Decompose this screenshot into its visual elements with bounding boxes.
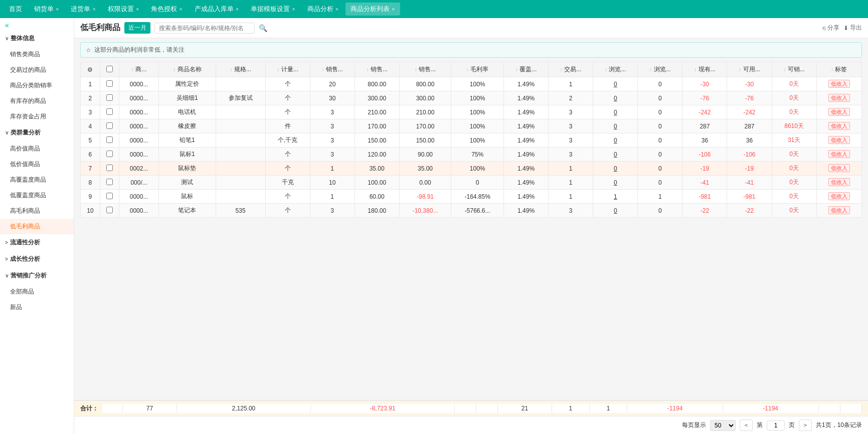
- view-link[interactable]: 1: [614, 193, 617, 200]
- col-header-saleable_days[interactable]: ↕ 可销...: [772, 62, 816, 77]
- col-header-gross_margin[interactable]: ↕ 毛利率: [451, 62, 504, 77]
- view-link[interactable]: 0: [614, 179, 617, 186]
- sidebar-item-高毛利商品[interactable]: 高毛利商品: [0, 203, 74, 219]
- prev-page-btn[interactable]: ＜: [740, 419, 753, 431]
- settings-icon[interactable]: ⚙: [87, 66, 93, 73]
- nav-item-单据模板设置[interactable]: 单据模板设置×: [246, 3, 300, 16]
- view1[interactable]: 0: [593, 162, 638, 176]
- col-header-trade_count[interactable]: ↕ 交易...: [549, 62, 593, 77]
- view-link[interactable]: 0: [614, 81, 617, 88]
- nav-item-商品分析[interactable]: 商品分析×: [302, 3, 343, 16]
- col-header-settings[interactable]: ⚙: [81, 62, 100, 77]
- col-header-view2[interactable]: ↕ 浏览...: [638, 62, 682, 77]
- search-button[interactable]: 🔍: [259, 24, 267, 32]
- sidebar-item-高覆盖度商品[interactable]: 高覆盖度商品: [0, 172, 74, 188]
- next-page-btn[interactable]: ＞: [799, 419, 812, 431]
- col-header-spec[interactable]: ↕ 规格...: [216, 62, 265, 77]
- nav-close-icon[interactable]: ×: [392, 6, 395, 12]
- nav-close-icon[interactable]: ×: [136, 6, 139, 12]
- sidebar-group-3[interactable]: >成长性分析: [0, 251, 74, 267]
- period-button[interactable]: 近一月: [124, 22, 150, 34]
- sidebar-item-商品分类助销率[interactable]: 商品分类助销率: [0, 78, 74, 93]
- col-header-name[interactable]: ↕ 商品名称: [159, 62, 216, 77]
- row-checkbox[interactable]: [100, 77, 119, 91]
- sidebar-item-低价值商品[interactable]: 低价值商品: [0, 157, 74, 172]
- view-link[interactable]: 0: [614, 165, 617, 172]
- col-header-current_stock[interactable]: ↕ 现有...: [682, 62, 727, 77]
- nav-item-进货单[interactable]: 进货单×: [66, 3, 100, 16]
- sidebar-group-4[interactable]: ∨营销推广分析: [0, 267, 74, 284]
- sidebar-collapse-btn[interactable]: «: [3, 21, 11, 29]
- sidebar-item-新品[interactable]: 新品: [0, 300, 74, 315]
- col-header-checkbox[interactable]: [100, 62, 119, 77]
- nav-close-icon[interactable]: ×: [92, 6, 95, 12]
- row-checkbox[interactable]: [106, 151, 113, 157]
- nav-item-角色授权[interactable]: 角色授权×: [146, 3, 187, 16]
- export-button[interactable]: ⬇ 导出: [843, 24, 862, 32]
- view-link[interactable]: 0: [614, 151, 617, 158]
- row-checkbox[interactable]: [106, 94, 113, 101]
- sidebar-item-交易过的商品[interactable]: 交易过的商品: [0, 62, 74, 78]
- col-header-sales_profit[interactable]: ↕ 销售...: [399, 62, 451, 77]
- sidebar-item-低覆盖度商品[interactable]: 低覆盖度商品: [0, 188, 74, 203]
- sidebar-group-1[interactable]: ∨类群量分析: [0, 124, 74, 141]
- nav-item-首页[interactable]: 首页: [4, 3, 27, 16]
- col-header-sales_amount[interactable]: ↕ 销售...: [355, 62, 399, 77]
- view1[interactable]: 0: [593, 91, 638, 105]
- row-checkbox[interactable]: [106, 165, 113, 171]
- col-header-coverage[interactable]: ↕ 覆盖...: [504, 62, 549, 77]
- row-checkbox[interactable]: [106, 179, 113, 185]
- view1[interactable]: 0: [593, 148, 638, 162]
- row-checkbox[interactable]: [106, 136, 113, 143]
- nav-close-icon[interactable]: ×: [56, 6, 59, 12]
- row-checkbox[interactable]: [100, 162, 119, 176]
- nav-close-icon[interactable]: ×: [292, 6, 295, 12]
- col-header-sales_qty[interactable]: ↕ 销售...: [310, 62, 355, 77]
- nav-close-icon[interactable]: ×: [179, 6, 182, 12]
- view1[interactable]: 0: [593, 77, 638, 91]
- row-checkbox[interactable]: [106, 108, 113, 115]
- view1[interactable]: 0: [593, 133, 638, 148]
- view1[interactable]: 0: [593, 176, 638, 190]
- row-checkbox[interactable]: [100, 204, 119, 218]
- nav-item-商品分析列表[interactable]: 商品分析列表×: [345, 3, 400, 16]
- view-link[interactable]: 0: [614, 207, 617, 214]
- col-header-unit[interactable]: ↕ 计量...: [265, 62, 310, 77]
- sidebar-item-高价值商品[interactable]: 高价值商品: [0, 141, 74, 157]
- view1[interactable]: 0: [593, 119, 638, 133]
- row-checkbox[interactable]: [106, 80, 113, 87]
- sidebar-item-销售类商品[interactable]: 销售类商品: [0, 47, 74, 62]
- view1[interactable]: 0: [593, 204, 638, 218]
- per-page-select[interactable]: 50 100 200: [710, 420, 736, 431]
- row-checkbox[interactable]: [100, 148, 119, 162]
- col-header-code[interactable]: ↕ 商...: [119, 62, 158, 77]
- row-checkbox[interactable]: [106, 207, 113, 213]
- view-link[interactable]: 0: [614, 109, 617, 116]
- sidebar-item-低毛利商品[interactable]: 低毛利商品: [0, 219, 74, 234]
- view-link[interactable]: 0: [614, 95, 617, 102]
- nav-item-产成品入库单[interactable]: 产成品入库单×: [190, 3, 244, 16]
- share-button[interactable]: ⎋ 分享: [822, 24, 839, 32]
- row-checkbox[interactable]: [100, 176, 119, 190]
- row-checkbox[interactable]: [106, 122, 113, 129]
- row-checkbox[interactable]: [100, 133, 119, 148]
- search-input[interactable]: [154, 23, 255, 34]
- col-header-tag[interactable]: ↕ 标签: [816, 62, 861, 77]
- select-all-checkbox[interactable]: [106, 66, 113, 72]
- sidebar-group-0[interactable]: ∨整体信息: [0, 30, 74, 47]
- col-header-view1[interactable]: ↕ 浏览...: [593, 62, 638, 77]
- nav-close-icon[interactable]: ×: [236, 6, 239, 12]
- row-checkbox[interactable]: [100, 91, 119, 105]
- row-checkbox[interactable]: [100, 119, 119, 133]
- sidebar-group-2[interactable]: >流通性分析: [0, 234, 74, 251]
- row-checkbox[interactable]: [100, 190, 119, 204]
- sidebar-item-库存资金占用[interactable]: 库存资金占用: [0, 109, 74, 124]
- nav-close-icon[interactable]: ×: [335, 6, 338, 12]
- row-checkbox[interactable]: [100, 105, 119, 119]
- view-link[interactable]: 0: [614, 137, 617, 144]
- page-input[interactable]: [767, 420, 785, 430]
- col-header-usable_stock[interactable]: ↕ 可用...: [727, 62, 772, 77]
- view1[interactable]: 0: [593, 105, 638, 119]
- nav-item-销货单[interactable]: 销货单×: [29, 3, 64, 16]
- sidebar-item-全部商品[interactable]: 全部商品: [0, 284, 74, 300]
